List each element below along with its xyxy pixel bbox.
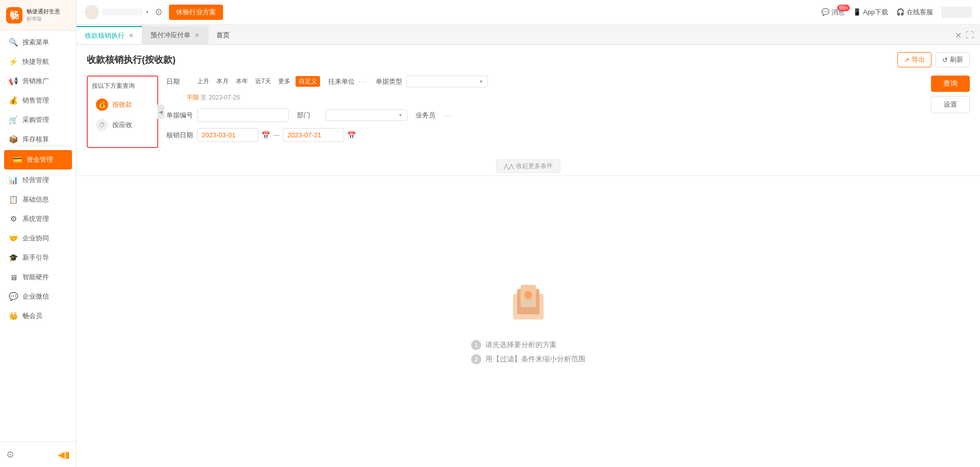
tab-label: 收款核销执行: [85, 31, 125, 40]
content-area: 收款核销执行(按收款) ↗ 导出 ↺ 刷新 按以下方案查询 💰 按收款: [77, 45, 980, 467]
this-year-btn[interactable]: 本年: [234, 76, 250, 87]
empty-tips: 1 请先选择要分析的方案 2 用【过滤】条件来缩小分析范围: [471, 340, 585, 364]
nav-label: 营销推广: [22, 77, 49, 86]
nav-icon: 💬: [8, 292, 18, 301]
date-range-text: 至 2023-07-26: [201, 94, 240, 101]
user-dropdown-arrow[interactable]: ▾: [146, 9, 149, 15]
filter-sidebar-title: 按以下方案查询: [92, 82, 153, 90]
nav-icon: 👑: [8, 311, 18, 321]
tab-预付冲应付单[interactable]: 预付冲应付单✕: [142, 26, 208, 44]
settings-icon[interactable]: ⚙: [6, 449, 14, 460]
this-month-btn[interactable]: 本月: [214, 76, 231, 87]
nav-label: 企业协同: [22, 234, 49, 243]
partner-label: 往来单位: [328, 77, 355, 86]
nav-label: 采购管理: [22, 115, 49, 125]
query-button[interactable]: 查询: [931, 76, 970, 92]
sidebar-item-企业协同[interactable]: 🤝企业协同: [0, 229, 76, 248]
calendar-to-icon[interactable]: 📅: [347, 131, 356, 139]
last-7days-btn[interactable]: 近7天: [253, 76, 273, 87]
topbar-gear-icon[interactable]: ⚙: [153, 5, 165, 20]
verify-date-from-input[interactable]: [197, 128, 258, 142]
empty-illustration: [503, 279, 554, 330]
maximize-button[interactable]: ⛶: [966, 31, 974, 40]
salesman-label: 业务员: [415, 111, 440, 120]
topbar-right: 💬 消息 99+ 📱 App下载 🎧 在线客服: [821, 7, 972, 18]
online-service-area[interactable]: 🎧 在线客服: [896, 8, 933, 17]
close-tab-button[interactable]: ✕: [955, 31, 962, 40]
nav-label: 基础信息: [22, 195, 49, 204]
empty-tip-1: 1 请先选择要分析的方案: [471, 340, 585, 350]
sidebar-item-库存核算[interactable]: 📦库存核算: [0, 130, 76, 149]
date-shortcuts: 上月 本月 本年 近7天 更多 自定义: [195, 76, 320, 87]
bill-no-field: 单据编号: [166, 108, 289, 122]
collapse-more-button[interactable]: ⋀⋀ 收起更多条件: [496, 159, 560, 173]
verify-date-to-input[interactable]: [283, 128, 344, 142]
tip-text-2: 用【过滤】条件来缩小分析范围: [485, 355, 585, 364]
sidebar-item-经营管理[interactable]: 📊经营管理: [0, 170, 76, 190]
date-separator: —: [273, 131, 280, 139]
sidebar-item-系统管理[interactable]: ⚙系统管理: [0, 209, 76, 229]
setting-button[interactable]: 设置: [931, 96, 970, 113]
app-sub: 标准版: [27, 15, 60, 22]
collapse-sidebar-icon[interactable]: ◀▮: [58, 449, 70, 460]
topbar-left: ▾ ⚙ 休验行业方案: [85, 5, 223, 20]
salesman-more-icon[interactable]: ···: [444, 111, 453, 119]
bill-type-select[interactable]: ▾: [406, 76, 488, 87]
nav-label: 智能硬件: [22, 273, 49, 282]
dept-select[interactable]: ▾: [326, 109, 407, 121]
sidebar-item-营销推广[interactable]: 📢营销推广: [0, 71, 76, 91]
sidebar-item-智能硬件[interactable]: 🖥智能硬件: [0, 267, 76, 287]
tab-label: 预付冲应付单: [151, 31, 190, 40]
sidebar-item-销售管理[interactable]: 💰销售管理: [0, 91, 76, 110]
filter-row-1: 日期 上月 本月 本年 近7天 更多 自定义: [166, 76, 919, 87]
refresh-icon: ↺: [942, 56, 948, 64]
bill-no-input[interactable]: [197, 108, 289, 122]
filter-by-receivable[interactable]: ⏱ 按应收: [92, 116, 153, 134]
filter-row-3: 核销日期 📅 — 📅: [166, 128, 919, 142]
filter-sidebar-collapse[interactable]: ◀: [157, 105, 164, 119]
nav-label: 系统管理: [22, 214, 49, 224]
app-download-area[interactable]: 📱 App下载: [853, 8, 888, 17]
user-avatar-area[interactable]: ▾: [85, 5, 149, 19]
sidebar-item-快捷导航[interactable]: ⚡快捷导航: [0, 52, 76, 71]
sidebar-item-新手引导[interactable]: 🎓新手引导: [0, 248, 76, 267]
page-header: 收款核销执行(按收款) ↗ 导出 ↺ 刷新: [77, 45, 980, 67]
custom-date-btn[interactable]: 自定义: [296, 76, 320, 87]
sidebar-footer: ⚙ ◀▮: [0, 441, 76, 467]
bill-type-dropdown-icon: ▾: [480, 79, 482, 84]
tab-首页[interactable]: 首页: [208, 26, 238, 44]
verify-date-group: 📅 — 📅: [197, 128, 356, 142]
industry-solution-button[interactable]: 休验行业方案: [169, 5, 223, 20]
collapse-icon: ⋀⋀: [504, 163, 514, 170]
filter-row-2: 单据编号 部门 ▾ 业务员: [166, 108, 919, 122]
sidebar-item-企业微信[interactable]: 💬企业微信: [0, 287, 76, 306]
nav-icon: 🔍: [8, 38, 18, 47]
tab-close-icon[interactable]: ✕: [129, 32, 134, 39]
partner-more-icon[interactable]: ···: [359, 78, 368, 85]
tip-num-2: 2: [471, 354, 481, 364]
sidebar-item-资金管理[interactable]: 💳资金管理: [4, 150, 72, 169]
nav-label: 经营管理: [22, 176, 49, 185]
nav-icon: 📋: [8, 195, 18, 204]
refresh-button[interactable]: ↺ 刷新: [936, 52, 970, 67]
export-button[interactable]: ↗ 导出: [897, 52, 932, 67]
filter-by-receipt[interactable]: 💰 按收款: [92, 95, 153, 114]
main-area: ▾ ⚙ 休验行业方案 💬 消息 99+ 📱 App下载 🎧 在线客服 收款核销执…: [77, 0, 980, 467]
nav-label: 资金管理: [27, 155, 53, 164]
tab-收款核销执行[interactable]: 收款核销执行✕: [77, 26, 142, 44]
sidebar-item-搜索菜单[interactable]: 🔍搜索菜单: [0, 33, 76, 52]
calendar-from-icon[interactable]: 📅: [261, 131, 270, 139]
partner-field: 往来单位 ···: [328, 77, 368, 86]
message-area[interactable]: 💬 消息 99+: [821, 8, 845, 17]
last-month-btn[interactable]: 上月: [195, 76, 211, 87]
message-badge: 99+: [837, 5, 850, 11]
nav-icon: ⚙: [8, 214, 18, 224]
nav-label: 库存核算: [22, 135, 49, 144]
sidebar-item-采购管理[interactable]: 🛒采购管理: [0, 110, 76, 130]
tab-close-icon[interactable]: ✕: [194, 32, 200, 39]
sidebar-item-基础信息[interactable]: 📋基础信息: [0, 190, 76, 209]
app-logo: 畅 畅捷通好生意 标准版: [0, 0, 76, 31]
sidebar-item-畅会员[interactable]: 👑畅会员: [0, 306, 76, 326]
more-date-btn[interactable]: 更多: [276, 76, 292, 87]
nav-icon: 🛒: [8, 115, 18, 125]
